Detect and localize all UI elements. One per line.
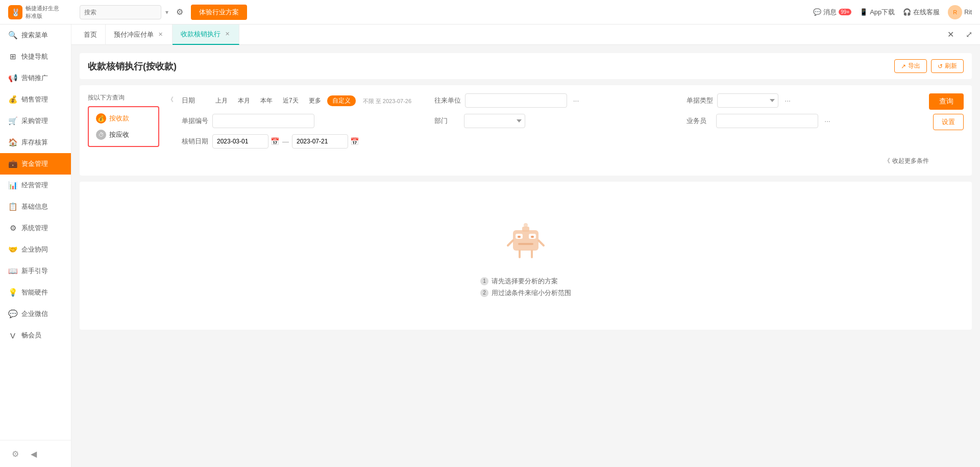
marketing-icon: 📢 (8, 73, 17, 83)
filter-panel: 按以下方查询 💰 按收款 ⏱ 按应收 《 (80, 85, 972, 176)
date-hint: 不限 至 2023-07-26 (363, 96, 411, 105)
filter-row-2: 单据编号 部门 业务员 (182, 114, 929, 128)
tab-receipt[interactable]: 收款核销执行 ✕ (173, 24, 239, 45)
tab-home[interactable]: 首页 (76, 24, 106, 45)
counterparty-more-icon[interactable]: ··· (571, 96, 581, 105)
sidebar-item-member[interactable]: V 畅会员 (0, 325, 71, 346)
salesperson-more-icon[interactable]: ··· (822, 117, 832, 125)
hardware-label: 智能硬件 (21, 288, 48, 297)
dept-select[interactable] (464, 114, 525, 128)
chevron-down-icon[interactable]: ▾ (165, 9, 168, 16)
collapse-more-btn[interactable]: 《 收起更多条件 (182, 155, 929, 167)
svg-point-7 (524, 223, 528, 227)
svg-rect-0 (513, 230, 538, 251)
prev-month-btn[interactable]: 上月 (211, 95, 232, 106)
sidebar-item-hardware[interactable]: 💡 智能硬件 (0, 282, 71, 303)
close-tab-icon[interactable]: ✕ (943, 28, 958, 42)
svg-rect-3 (518, 236, 521, 238)
settings-bottom-icon[interactable]: ⚙ (8, 447, 22, 461)
filter-options-box: 💰 按收款 ⏱ 按应收 (88, 106, 159, 147)
export-button[interactable]: ↗ 导出 (894, 59, 927, 73)
sidebar-item-system[interactable]: ⚙ 系统管理 (0, 217, 71, 239)
dept-field: 部门 (434, 114, 677, 128)
date-field: 日期 上月 本月 本年 近7天 更多 自定义 (182, 95, 424, 106)
tab-receipt-close[interactable]: ✕ (224, 31, 231, 38)
verify-date-start-input[interactable] (212, 134, 268, 149)
sidebar-item-marketing[interactable]: 📢 营销推广 (0, 67, 71, 89)
filter-option-by-receipt[interactable]: 💰 按收款 (92, 110, 155, 127)
message-button[interactable]: 💬 消息 99+ (813, 8, 851, 17)
sidebar-item-enterprise[interactable]: 🤝 企业协同 (0, 239, 71, 260)
collapse-sidebar-button[interactable]: ◀ (27, 447, 41, 461)
sidebar-item-wechat[interactable]: 💬 企业微信 (0, 303, 71, 325)
refresh-button[interactable]: ↺ 刷新 (931, 59, 964, 73)
quick-nav-label: 快捷导航 (21, 52, 48, 61)
industry-button[interactable]: 体验行业方案 (191, 5, 247, 20)
query-button[interactable]: 查询 (929, 93, 964, 110)
gear-icon[interactable]: ⚙ (173, 5, 187, 19)
online-service-button[interactable]: 🎧 在线客服 (903, 8, 940, 17)
app-download-button[interactable]: 📱 App下载 (860, 8, 895, 17)
collapse-filter-button[interactable]: 《 (165, 93, 176, 167)
sidebar-bottom: ⚙ ◀ (0, 440, 71, 467)
sales-icon: 💰 (8, 95, 17, 104)
sidebar-item-guide[interactable]: 📖 新手引导 (0, 260, 71, 282)
sidebar-item-quick-nav[interactable]: ⊞ 快捷导航 (0, 46, 71, 67)
maximize-icon[interactable]: ⤢ (962, 28, 976, 42)
more-date-btn[interactable]: 更多 (305, 95, 325, 106)
salesperson-input[interactable] (716, 114, 818, 128)
guide-icon: 📖 (8, 266, 17, 276)
bill-type-field: 单据类型 ··· (687, 93, 929, 108)
search-menu-label: 搜索菜单 (21, 31, 48, 40)
sidebar-item-sales[interactable]: 💰 销售管理 (0, 89, 71, 110)
sidebar-item-operation[interactable]: 📊 经营管理 (0, 175, 71, 196)
custom-date-btn[interactable]: 自定义 (327, 95, 356, 106)
marketing-label: 营销推广 (21, 73, 48, 83)
user-area[interactable]: R Rit (948, 5, 972, 19)
logo-icon: 🐰 (8, 5, 22, 19)
operation-label: 经营管理 (21, 181, 48, 190)
sidebar-item-search-menu[interactable]: 🔍 搜索菜单 (0, 24, 71, 46)
filter-option-by-receivable[interactable]: ⏱ 按应收 (92, 127, 155, 143)
tab-prepay[interactable]: 预付冲应付单 ✕ (106, 24, 173, 45)
search-input[interactable] (80, 5, 161, 19)
receivable-option-icon: ⏱ (96, 130, 106, 140)
curr-month-btn[interactable]: 本月 (234, 95, 254, 106)
tab-bar-actions: ✕ ⤢ (943, 28, 976, 42)
export-icon: ↗ (901, 63, 906, 70)
dept-label: 部门 (434, 116, 460, 126)
member-icon: V (8, 331, 17, 340)
setting-button[interactable]: 设置 (933, 114, 964, 130)
date-options-group: 上月 本月 本年 近7天 更多 自定义 (211, 95, 356, 106)
curr-year-btn[interactable]: 本年 (256, 95, 277, 106)
user-name: Rit (964, 9, 972, 16)
bill-no-input[interactable] (212, 114, 314, 128)
sidebar-item-basic-info[interactable]: 📋 基础信息 (0, 196, 71, 217)
svg-rect-6 (522, 227, 529, 232)
calendar-start-icon[interactable]: 📅 (271, 137, 279, 145)
svg-line-9 (538, 240, 544, 245)
sidebar-item-purchase[interactable]: 🛒 采购管理 (0, 110, 71, 132)
tab-prepay-close[interactable]: ✕ (157, 31, 164, 38)
basic-info-icon: 📋 (8, 202, 17, 211)
inventory-label: 库存核算 (21, 138, 48, 147)
bill-type-label: 单据类型 (687, 96, 713, 105)
refresh-icon: ↺ (938, 63, 943, 70)
calendar-end-icon[interactable]: 📅 (350, 137, 359, 145)
member-label: 畅会员 (21, 331, 41, 340)
svg-rect-5 (518, 243, 533, 245)
tab-bar: 首页 预付冲应付单 ✕ 收款核销执行 ✕ ✕ ⤢ (71, 24, 980, 45)
filter-row-1: 日期 上月 本月 本年 近7天 更多 自定义 (182, 93, 929, 108)
bill-type-more-icon[interactable]: ··· (782, 96, 793, 105)
finance-label: 资金管理 (21, 159, 48, 168)
empty-tips: 1 请先选择要分析的方案 2 用过滤条件来缩小分析范围 (480, 275, 571, 299)
sidebar-item-inventory[interactable]: 🏠 库存核算 (0, 132, 71, 153)
logo-area: 🐰 畅捷通好生意 标准版 (8, 5, 80, 19)
bill-type-select[interactable] (717, 93, 778, 108)
filter-type-selector: 按以下方查询 💰 按收款 ⏱ 按应收 (88, 93, 159, 167)
quick-nav-icon: ⊞ (8, 52, 17, 61)
counterparty-input[interactable] (465, 93, 567, 108)
verify-date-end-input[interactable] (292, 134, 348, 149)
sidebar-item-finance[interactable]: 💼 资金管理 (0, 153, 71, 175)
last-7days-btn[interactable]: 近7天 (279, 95, 303, 106)
